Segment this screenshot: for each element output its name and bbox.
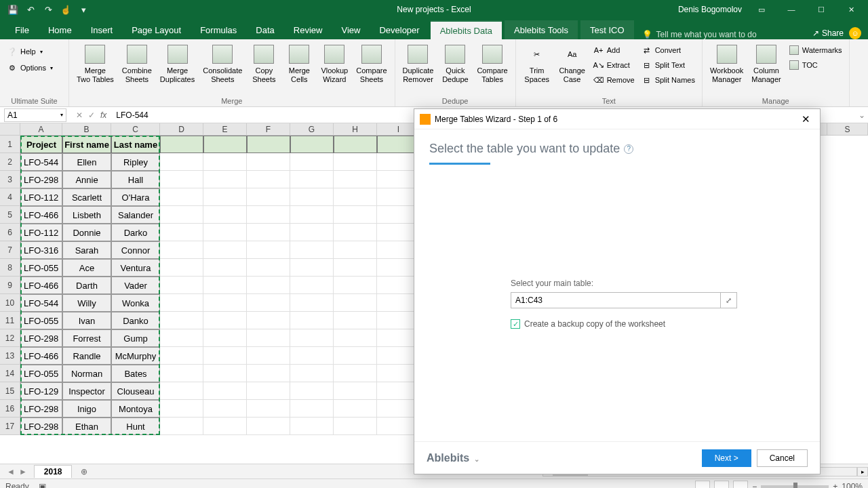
row-header-4[interactable]: 4 xyxy=(0,188,20,206)
data-cell[interactable]: Vader xyxy=(111,277,160,294)
qat-customize-icon[interactable]: ▾ xyxy=(76,2,91,17)
chevron-down-icon[interactable]: ▾ xyxy=(60,112,63,118)
trim-spaces-button[interactable]: ✂Trim Spaces xyxy=(520,42,554,85)
sheet-tab-2018[interactable]: 2018 xyxy=(34,465,73,478)
data-cell[interactable]: LFO-055 xyxy=(20,259,62,277)
remove-text-button[interactable]: ⌫Remove xyxy=(591,73,637,87)
data-cell[interactable]: LFO-298 xyxy=(20,329,62,347)
col-header-S[interactable]: S xyxy=(827,123,868,135)
data-cell[interactable]: Montoya xyxy=(111,400,160,418)
data-cell[interactable]: Donnie xyxy=(62,224,111,241)
row-headers[interactable]: 1234567891011121314151617 xyxy=(0,136,20,435)
split-text-button[interactable]: ⊟Split Text xyxy=(639,58,698,72)
page-break-view-icon[interactable] xyxy=(733,481,748,489)
column-manager-button[interactable]: Column Manager xyxy=(748,42,784,85)
data-cell[interactable]: Clouseau xyxy=(111,382,160,400)
page-layout-view-icon[interactable] xyxy=(714,481,729,489)
dedupe-btn-2[interactable]: Compare Tables xyxy=(473,42,511,85)
data-cell[interactable]: Connor xyxy=(111,241,160,259)
col-header-G[interactable]: G xyxy=(290,123,334,135)
data-cell[interactable]: Darth xyxy=(62,277,111,294)
merge-btn-0[interactable]: Merge Two Tables xyxy=(73,42,117,85)
data-cell[interactable]: LFO-544 xyxy=(20,153,62,171)
data-cell[interactable]: Norman xyxy=(62,365,111,382)
zoom-level[interactable]: 100% xyxy=(842,482,863,489)
range-input[interactable] xyxy=(511,292,721,308)
data-cell[interactable]: Ellen xyxy=(62,153,111,171)
expand-formula-icon[interactable]: ⌄ xyxy=(856,110,868,120)
data-cell[interactable]: LFO-112 xyxy=(20,188,62,206)
save-icon[interactable]: 💾 xyxy=(5,2,20,17)
data-cell[interactable]: Ripley xyxy=(111,153,160,171)
col-header-E[interactable]: E xyxy=(203,123,247,135)
dedupe-btn-0[interactable]: Duplicate Remover xyxy=(399,42,437,85)
data-cell[interactable]: Wonka xyxy=(111,294,160,312)
data-cell[interactable]: LFO-298 xyxy=(20,418,62,435)
help-icon[interactable]: ? xyxy=(624,144,633,154)
col-header-H[interactable]: H xyxy=(334,123,377,135)
merge-btn-3[interactable]: Consolidate Sheets xyxy=(199,42,245,85)
sheet-prev-icon[interactable]: ◄ xyxy=(7,467,15,476)
tab-formulas[interactable]: Formulas xyxy=(191,20,246,39)
data-cell[interactable]: LFO-466 xyxy=(20,206,62,224)
touch-mode-icon[interactable]: ☝ xyxy=(58,2,73,17)
tell-me-search[interactable]: 💡 Tell me what you want to do xyxy=(642,30,757,39)
change-case-button[interactable]: AaChange Case xyxy=(555,42,589,85)
backup-checkbox[interactable]: ✓ xyxy=(511,319,520,329)
data-cell[interactable]: Lisbeth xyxy=(62,206,111,224)
row-header-17[interactable]: 17 xyxy=(0,418,20,435)
col-header-A[interactable]: A xyxy=(20,123,62,135)
normal-view-icon[interactable] xyxy=(695,481,710,489)
data-cell[interactable]: Danko xyxy=(111,312,160,329)
workbook-manager-button[interactable]: Workbook Manager xyxy=(707,42,747,85)
merge-btn-5[interactable]: Merge Cells xyxy=(282,42,316,85)
row-header-6[interactable]: 6 xyxy=(0,224,20,241)
sheet-next-icon[interactable]: ► xyxy=(19,467,27,476)
header-cell[interactable]: First name xyxy=(62,136,111,153)
tab-data[interactable]: Data xyxy=(246,20,283,39)
data-cell[interactable]: Ivan xyxy=(62,312,111,329)
row-header-1[interactable]: 1 xyxy=(0,136,20,153)
toc-button[interactable]: TOC xyxy=(786,58,845,72)
data-cell[interactable]: Ventura xyxy=(111,259,160,277)
data-cell[interactable]: LFO-298 xyxy=(20,400,62,418)
data-cell[interactable]: LFO-466 xyxy=(20,277,62,294)
data-cell[interactable]: Bates xyxy=(111,365,160,382)
zoom-in-icon[interactable]: + xyxy=(833,482,837,489)
data-cell[interactable]: Inigo xyxy=(62,400,111,418)
data-cell[interactable]: Forrest xyxy=(62,329,111,347)
tab-file[interactable]: File xyxy=(5,20,39,39)
scroll-right-icon[interactable]: ▸ xyxy=(857,467,868,476)
select-all-corner[interactable] xyxy=(0,123,20,136)
row-header-12[interactable]: 12 xyxy=(0,329,20,347)
row-header-13[interactable]: 13 xyxy=(0,347,20,365)
header-cell[interactable]: Project xyxy=(20,136,62,153)
tab-view[interactable]: View xyxy=(332,20,370,39)
merge-btn-4[interactable]: Copy Sheets xyxy=(247,42,281,85)
merge-btn-2[interactable]: Merge Duplicates xyxy=(157,42,198,85)
watermarks-button[interactable]: Watermarks xyxy=(786,43,845,57)
row-header-14[interactable]: 14 xyxy=(0,365,20,382)
data-cell[interactable]: Salander xyxy=(111,206,160,224)
header-cell[interactable]: Last name xyxy=(111,136,160,153)
row-header-8[interactable]: 8 xyxy=(0,259,20,277)
row-header-5[interactable]: 5 xyxy=(0,206,20,224)
tab-insert[interactable]: Insert xyxy=(81,20,123,39)
row-header-15[interactable]: 15 xyxy=(0,382,20,400)
row-header-2[interactable]: 2 xyxy=(0,153,20,171)
data-cell[interactable]: Scarlett xyxy=(62,188,111,206)
dedupe-btn-1[interactable]: Quick Dedupe xyxy=(438,42,472,85)
zoom-slider[interactable] xyxy=(761,485,829,488)
cancel-formula-icon[interactable]: ✕ xyxy=(76,110,83,120)
tab-review[interactable]: Review xyxy=(284,20,332,39)
data-cell[interactable]: LFO-055 xyxy=(20,365,62,382)
data-cell[interactable]: Darko xyxy=(111,224,160,241)
data-cell[interactable]: Hunt xyxy=(111,418,160,435)
maximize-icon[interactable]: ☐ xyxy=(807,0,835,19)
name-box[interactable]: A1 ▾ xyxy=(4,108,66,122)
merge-btn-7[interactable]: Compare Sheets xyxy=(353,42,390,85)
extract-text-button[interactable]: A↘Extract xyxy=(591,58,637,72)
data-cell[interactable]: Inspector xyxy=(62,382,111,400)
cancel-button[interactable]: Cancel xyxy=(757,449,808,467)
redo-icon[interactable]: ↷ xyxy=(41,2,56,17)
